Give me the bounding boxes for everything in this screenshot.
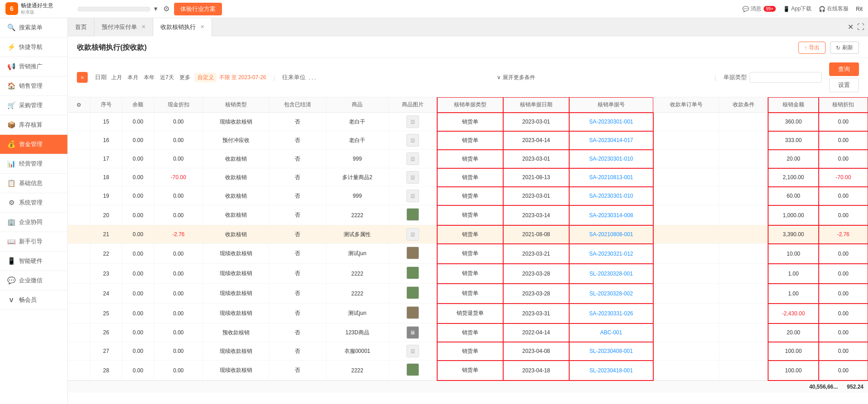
cell-writeoff-no[interactable]: SA-20230314-008	[569, 205, 653, 225]
writeoff-no-link[interactable]: SA-20230301-010	[589, 193, 633, 199]
cell-num: 21	[90, 225, 122, 244]
cell-writeoff-no[interactable]: SA-20210813-001	[569, 168, 653, 187]
date-btn-more[interactable]: 更多	[178, 73, 192, 82]
online-service-area[interactable]: 🎧 在线客服	[819, 5, 849, 13]
writeoff-no-link[interactable]: ABC-001	[600, 329, 622, 336]
cell-writeoff-type: 收款核销	[203, 168, 269, 187]
date-btn-this-year[interactable]: 本年	[142, 73, 156, 82]
cell-writeoff-no[interactable]: SA-20230301-001	[569, 113, 653, 131]
cell-writeoff-no[interactable]: SL-20230328-002	[569, 284, 653, 304]
tab-collection-close[interactable]: ✕	[200, 24, 204, 30]
sidebar-item-inventory[interactable]: 📦 库存核算	[0, 115, 67, 135]
sidebar-item-member[interactable]: V 畅会员	[0, 290, 67, 310]
writeoff-no-link[interactable]: SA-20230301-001	[589, 119, 633, 125]
writeoff-no-link[interactable]: SA-20230321-012	[589, 251, 633, 257]
tab-expand-btn[interactable]: ⛶	[857, 23, 864, 31]
tab-close-all-btn[interactable]: ✕	[848, 23, 854, 31]
col-goods: 商品	[326, 97, 389, 113]
sidebar-item-wechat[interactable]: 💬 企业微信	[0, 271, 67, 290]
cell-writeoff-no[interactable]: ABC-001	[569, 323, 653, 342]
sidebar-item-guide[interactable]: 📖 新手引导	[0, 232, 67, 252]
sidebar-item-purchase[interactable]: 🛒 采购管理	[0, 96, 67, 115]
cell-writeoff-no[interactable]: SA-20230301-010	[569, 150, 653, 168]
table-row[interactable]: 22 0.00 0.00 现续收款核销 否 测试jun 销货单 2023-03-…	[68, 244, 868, 264]
dropdown-arrow-icon[interactable]: ▼	[153, 5, 159, 12]
sidebar-label-search: 搜索菜单	[19, 24, 42, 32]
table-row[interactable]: 19 0.00 0.00 收款核销 否 999 🖼 销货单 2023-03-01…	[68, 187, 868, 205]
cell-writeoff-no[interactable]: SA-20230301-010	[569, 187, 653, 205]
cell-collection-condition	[719, 205, 768, 225]
sidebar-item-basic-info[interactable]: 📋 基础信息	[0, 174, 67, 193]
table-row[interactable]: 27 0.00 0.00 现续收款核销 否 衣服00001 🖼 销货单 2023…	[68, 342, 868, 361]
expand-btn[interactable]: ∨ 展开更多条件	[497, 74, 535, 81]
writeoff-no-link[interactable]: SL-20230328-002	[590, 290, 633, 297]
table-row[interactable]: 26 0.00 0.00 预收款核销 否 123D商品 🏛 销货单 2022-0…	[68, 323, 868, 342]
table-row[interactable]: 28 0.00 0.00 现续收款核销 否 2222 销货单 2023-04-1…	[68, 361, 868, 380]
app-download-area[interactable]: 📱 App下载	[783, 5, 811, 13]
query-btn[interactable]: 查询	[829, 62, 859, 76]
settings-icon[interactable]: ⚙	[161, 4, 171, 14]
date-btn-this-month[interactable]: 本月	[126, 73, 140, 82]
writeoff-no-link[interactable]: SA-20230314-008	[589, 212, 633, 219]
sidebar-item-system[interactable]: ⚙ 系统管理	[0, 193, 67, 213]
cell-writeoff-no[interactable]: SL-20230408-001	[569, 342, 653, 361]
date-btn-7days[interactable]: 近7天	[158, 73, 176, 82]
sidebar-item-enterprise[interactable]: 🏢 企业协同	[0, 213, 67, 232]
cell-include-settled: 否	[269, 113, 326, 131]
sidebar-item-finance[interactable]: 💰 资金管理	[0, 135, 67, 154]
sidebar-item-search[interactable]: 🔍 搜索菜单	[0, 18, 67, 38]
cell-balance: 0.00	[122, 187, 154, 205]
writeoff-no-link[interactable]: SA-20210808-001	[589, 231, 633, 238]
tab-prepay[interactable]: 预付冲应付单 ✕	[94, 18, 153, 36]
notification-area[interactable]: 💬 消息 99+	[742, 5, 776, 13]
col-num: 序号	[90, 97, 122, 113]
table-row[interactable]: 21 0.00 -2.76 收款核销 否 测试多属性 🖼 销货单 2021-08…	[68, 225, 868, 244]
cell-writeoff-no[interactable]: SL-20230328-001	[569, 264, 653, 284]
cell-num: 24	[90, 284, 122, 304]
table-row[interactable]: 23 0.00 0.00 现续收款核销 否 2222 销货单 2023-03-2…	[68, 264, 868, 284]
cell-num: 22	[90, 244, 122, 264]
cell-writeoff-type: 现续收款核销	[203, 304, 269, 323]
tab-collection[interactable]: 收款核销执行 ✕	[153, 18, 212, 36]
table-row[interactable]: 24 0.00 0.00 现续收款核销 否 2222 销货单 2023-03-2…	[68, 284, 868, 304]
cell-writeoff-no[interactable]: SA-20230414-017	[569, 131, 653, 150]
table-row[interactable]: 18 0.00 -70.00 收款核销 否 多计量商品2 🖼 销货单 2021-…	[68, 168, 868, 187]
industry-btn[interactable]: 体验行业方案	[174, 3, 222, 15]
sidebar-label-hardware: 智能硬件	[19, 257, 42, 265]
sidebar-item-quick-nav[interactable]: ⚡ 快捷导航	[0, 38, 67, 57]
col-settings[interactable]: ⚙	[68, 97, 90, 113]
user-label[interactable]: Rit	[856, 6, 863, 12]
voucher-type-select[interactable]	[750, 72, 822, 83]
cell-writeoff-no[interactable]: SA-20230331-026	[569, 304, 653, 323]
sidebar-item-sales[interactable]: 🏠 销售管理	[0, 76, 67, 96]
cell-writeoff-no[interactable]: SA-20230321-012	[569, 244, 653, 264]
custom-date-btn[interactable]: 自定义	[195, 73, 217, 82]
refresh-btn[interactable]: ↻ 刷新	[830, 42, 859, 54]
table-row[interactable]: 20 0.00 0.00 收款核销 否 2222 销货单 2023-03-14 …	[68, 205, 868, 225]
tab-home[interactable]: 首页	[68, 18, 94, 36]
table-row[interactable]: 25 0.00 0.00 现续收款核销 否 测试jun 销货退货单 2023-0…	[68, 304, 868, 323]
table-body: 15 0.00 0.00 现续收款核销 否 老白干 🖼 销货单 2023-03-…	[68, 113, 868, 380]
date-btn-last-month[interactable]: 上月	[109, 73, 124, 82]
tab-prepay-close[interactable]: ✕	[142, 24, 146, 30]
writeoff-no-link[interactable]: SL-20230328-001	[590, 271, 633, 277]
cell-writeoff-no[interactable]: SL-20230418-001	[569, 361, 653, 380]
writeoff-no-link[interactable]: SA-20210813-001	[589, 174, 633, 181]
setting-btn[interactable]: 设置	[829, 78, 859, 92]
filter-toggle-btn[interactable]: »	[77, 72, 88, 83]
export-btn[interactable]: ↑ 导出	[798, 42, 826, 54]
sidebar-item-business[interactable]: 📊 经营管理	[0, 154, 67, 174]
writeoff-no-link[interactable]: SA-20230301-010	[589, 156, 633, 162]
writeoff-no-link[interactable]: SL-20230418-001	[590, 367, 633, 374]
table-row[interactable]: 17 0.00 0.00 收款核销 否 999 🖼 销货单 2023-03-01…	[68, 150, 868, 168]
writeoff-no-link[interactable]: SA-20230414-017	[589, 137, 633, 143]
cell-writeoff-no[interactable]: SA-20210808-001	[569, 225, 653, 244]
goods-image: 🏛	[406, 326, 419, 339]
writeoff-no-link[interactable]: SA-20230331-026	[589, 310, 633, 317]
writeoff-no-link[interactable]: SL-20230408-001	[590, 348, 633, 354]
sidebar-item-hardware[interactable]: 📱 智能硬件	[0, 252, 67, 271]
cell-goods-img: 🏛	[388, 323, 437, 342]
table-row[interactable]: 15 0.00 0.00 现续收款核销 否 老白干 🖼 销货单 2023-03-…	[68, 113, 868, 131]
sidebar-item-marketing[interactable]: 📢 营销推广	[0, 57, 67, 76]
table-row[interactable]: 16 0.00 0.00 预付冲应收 否 老白干 🖼 销货单 2023-04-1…	[68, 131, 868, 150]
